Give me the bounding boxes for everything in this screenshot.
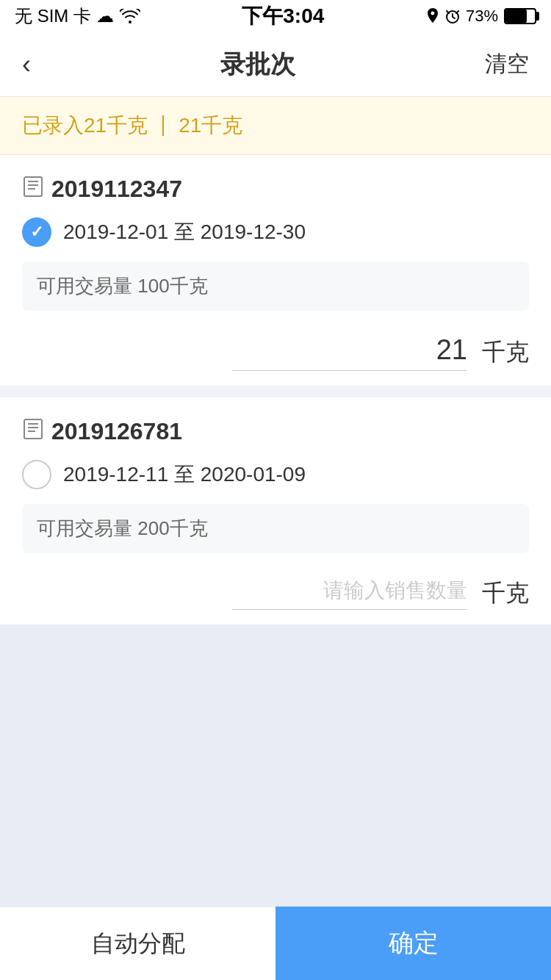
batch-1-amount-row: 21 千克	[0, 323, 551, 386]
status-right: 73%	[426, 7, 536, 26]
clear-button[interactable]: 清空	[485, 49, 529, 79]
batch-1-number: 2019112347	[51, 176, 182, 203]
battery-icon	[504, 8, 536, 24]
batch-1-date: 2019-12-01 至 2019-12-30	[63, 218, 306, 246]
batch-2-input-placeholder: 请输入销售数量	[323, 579, 467, 602]
svg-rect-1	[24, 177, 42, 196]
batch-1-availability: 可用交易量 100千克	[22, 262, 529, 311]
battery-fill	[505, 10, 527, 23]
section-divider	[0, 386, 551, 397]
alarm-icon	[445, 8, 460, 24]
nav-bar: ‹ 录批次 清空	[0, 32, 551, 97]
back-button[interactable]: ‹	[22, 49, 31, 80]
batch-2-input-container[interactable]: 请输入销售数量	[232, 577, 467, 610]
batch-1-unit: 千克	[482, 336, 529, 369]
batch-2-date-row[interactable]: 2019-12-11 至 2020-01-09	[0, 453, 551, 497]
batch-1-date-row[interactable]: ✓ 2019-12-01 至 2019-12-30	[0, 210, 551, 254]
batch-1-icon	[22, 176, 44, 203]
batch-2-unit: 千克	[482, 577, 529, 610]
auto-distribute-button[interactable]: 自动分配	[0, 907, 276, 980]
batch-2-input-row: 请输入销售数量 千克	[0, 565, 551, 624]
status-time: 下午3:04	[242, 2, 324, 30]
batch-2-icon	[22, 418, 44, 445]
batch-1-amount-value: 21	[436, 334, 467, 365]
battery-percent: 73%	[466, 7, 498, 26]
batch-card-2: 2019126781 2019-12-11 至 2020-01-09 可用交易量…	[0, 397, 551, 624]
batch-1-amount-container[interactable]: 21	[232, 334, 467, 371]
batch-2-number: 2019126781	[51, 418, 182, 445]
bottom-bar: 自动分配 确定	[0, 907, 551, 980]
info-divider	[162, 115, 164, 136]
batch-2-date: 2019-12-11 至 2020-01-09	[63, 461, 306, 489]
total-amount: 21千克	[179, 112, 242, 140]
batch-2-availability: 可用交易量 200千克	[22, 504, 529, 553]
recorded-amount: 已录入21千克	[22, 112, 148, 140]
svg-rect-5	[24, 419, 42, 439]
check-icon: ✓	[30, 223, 43, 242]
status-bar: 无 SIM 卡 ☁ 下午3:04 73%	[0, 0, 551, 32]
confirm-button[interactable]: 确定	[276, 907, 551, 980]
location-icon	[426, 8, 439, 24]
status-left: 无 SIM 卡 ☁	[15, 4, 140, 28]
batch-card-1: 2019112347 ✓ 2019-12-01 至 2019-12-30 可用交…	[0, 155, 551, 386]
batch-2-header: 2019126781	[0, 397, 551, 453]
info-banner: 已录入21千克 21千克	[0, 97, 551, 155]
wifi-icon	[120, 9, 140, 24]
batch-1-header: 2019112347	[0, 155, 551, 210]
page-title: 录批次	[220, 48, 295, 82]
batch-1-radio[interactable]: ✓	[22, 217, 51, 247]
no-sim-text: 无 SIM 卡 ☁	[15, 4, 114, 28]
batch-2-radio[interactable]	[22, 460, 51, 489]
